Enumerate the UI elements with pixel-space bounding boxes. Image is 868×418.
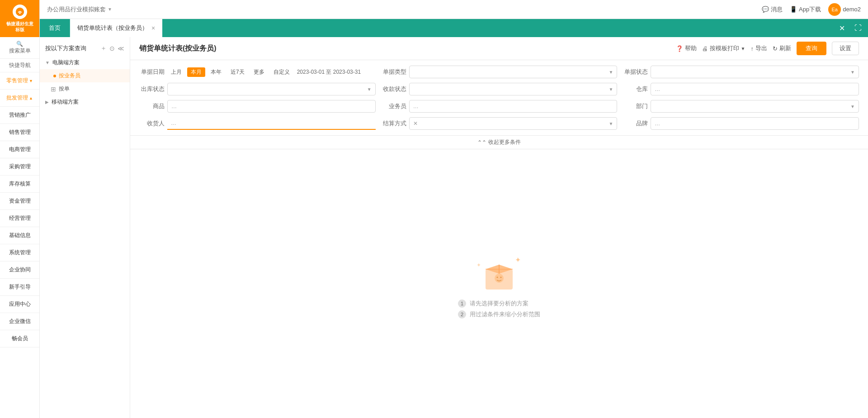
panel-add-icon[interactable]: ＋ <box>100 44 107 52</box>
sidebar-item-members[interactable]: 畅会员 <box>0 330 39 347</box>
sidebar-item-marketing[interactable]: 营销推广 <box>0 107 39 124</box>
maximize-button[interactable]: ⛶ <box>852 22 864 34</box>
sidebar-item-wholesale[interactable]: 批发管理 ▲ <box>0 90 39 107</box>
doc-type-arrow-icon: ▼ <box>609 70 613 75</box>
settlement-input[interactable]: ✕ ▼ <box>409 117 618 130</box>
company-name: 办公用品行业模拟账套 <box>47 5 106 14</box>
salesperson-dots: … <box>413 103 419 109</box>
panel-item-by-salesperson[interactable]: 按业务员 <box>40 69 130 82</box>
sidebar-item-system[interactable]: 系统管理 <box>0 244 39 261</box>
refresh-button[interactable]: ↻ 刷新 <box>773 44 791 52</box>
right-content: 销货单统计表(按业务员) ❓ 帮助 🖨 按模板打印 ▼ ↑ 导出 <box>130 37 868 418</box>
tabbar-controls: ✕ ⛶ <box>835 19 868 37</box>
panel-pc-section[interactable]: ▼ 电脑端方案 <box>40 56 130 69</box>
sidebar-item-inventory[interactable]: 库存核算 <box>0 176 39 193</box>
doc-type-field: 单据类型 ▼ <box>381 66 618 78</box>
close-window-button[interactable]: ✕ <box>835 22 848 34</box>
settings-button[interactable]: 设置 <box>832 42 859 55</box>
app-download-label: App下载 <box>799 5 821 14</box>
empty-hint-2: 2 用过滤条件来缩小分析范围 <box>458 310 540 318</box>
sidebar-item-retail[interactable]: 零售管理 ▼ <box>0 72 39 90</box>
ecommerce-label: 电商管理 <box>9 146 31 153</box>
date-tab-custom[interactable]: 自定义 <box>270 67 293 77</box>
date-tab-more[interactable]: 更多 <box>250 67 268 77</box>
receiver-input[interactable]: … <box>167 117 376 130</box>
date-tab-this-year[interactable]: 本年 <box>207 67 225 77</box>
print-button[interactable]: 🖨 按模板打印 ▼ <box>702 44 745 52</box>
date-tab-this-month[interactable]: 本月 <box>187 67 205 77</box>
date-tab-7days[interactable]: 近7天 <box>227 67 248 77</box>
app-logo: 畅捷通好生意 标版 <box>0 0 40 37</box>
topbar: 办公用品行业模拟账套 ▼ 💬 消息 📱 App下载 Ea demo2 <box>40 0 868 19</box>
message-button[interactable]: 💬 消息 <box>762 5 783 14</box>
product-input[interactable]: … <box>167 100 376 113</box>
message-icon: 💬 <box>762 6 769 13</box>
search-menu-item[interactable]: 🔍 搜索菜单 <box>0 37 39 59</box>
tab-salesperson-stats[interactable]: 销货单统计表（按业务员） × <box>70 19 162 37</box>
warehouse-field: 仓库 … <box>623 83 859 95</box>
panel-mobile-section[interactable]: ▶ 移动端方案 <box>40 95 130 109</box>
doc-type-input[interactable]: ▼ <box>409 66 618 78</box>
sidebar-item-appstore[interactable]: 应用中心 <box>0 296 39 313</box>
active-tab-label: 销货单统计表（按业务员） <box>77 24 148 32</box>
salesperson-field: 业务员 … <box>381 100 618 113</box>
panel-header-icons: ＋ ⊙ ≪ <box>100 44 124 52</box>
user-menu[interactable]: Ea demo2 <box>828 3 861 16</box>
panel-header: 按以下方案查询 ＋ ⊙ ≪ <box>40 41 130 56</box>
help-button[interactable]: ❓ 帮助 <box>676 44 697 52</box>
department-input[interactable]: ▼ <box>651 100 859 113</box>
help-icon: ❓ <box>676 45 683 52</box>
sidebar-item-basic[interactable]: 基础信息 <box>0 227 39 244</box>
inventory-label: 库存核算 <box>9 180 31 188</box>
wholesale-label: 批发管理 <box>6 94 28 102</box>
help-label: 帮助 <box>685 44 697 52</box>
tab-home[interactable]: 首页 <box>40 19 70 37</box>
sidebar-item-ecommerce[interactable]: 电商管理 <box>0 141 39 158</box>
settlement-field: 结算方式 ✕ ▼ <box>381 117 618 130</box>
sidebar-item-finance[interactable]: 资金管理 <box>0 193 39 210</box>
message-label: 消息 <box>771 5 783 14</box>
settlement-clear-icon[interactable]: ✕ <box>413 120 418 127</box>
brand-input[interactable]: … <box>651 117 859 130</box>
active-dot <box>53 75 56 77</box>
sidebar-item-operations[interactable]: 经营管理 <box>0 210 39 227</box>
svg-point-8 <box>500 277 502 278</box>
app-download-button[interactable]: 📱 App下载 <box>790 5 821 14</box>
svg-point-7 <box>497 277 498 278</box>
empty-svg: ✦ ✦ <box>472 249 526 294</box>
department-arrow-icon: ▼ <box>850 104 855 109</box>
query-form: 单据日期 上月 本月 本年 近7天 更多 自定义 2023-03-01 至 20… <box>130 60 868 136</box>
salesperson-input[interactable]: … <box>409 100 618 113</box>
quick-nav-item[interactable]: 快捷导航 <box>0 59 39 72</box>
logo-icon <box>13 5 27 19</box>
date-tab-last-month[interactable]: 上月 <box>167 67 185 77</box>
empty-illustration: ✦ ✦ <box>472 249 526 294</box>
sidebar-item-newbie[interactable]: 新手引导 <box>0 279 39 296</box>
receiver-dots: … <box>171 120 176 126</box>
query-button[interactable]: 查询 <box>797 42 826 55</box>
receipt-status-input[interactable]: ▼ <box>409 83 618 95</box>
refresh-icon: ↻ <box>773 45 778 52</box>
phone-icon: 📱 <box>790 6 797 13</box>
form-row-1: 单据日期 上月 本月 本年 近7天 更多 自定义 2023-03-01 至 20… <box>139 66 859 78</box>
out-status-input[interactable]: ▼ <box>167 83 376 95</box>
tab-close-button[interactable]: × <box>151 25 155 31</box>
export-button[interactable]: ↑ 导出 <box>751 44 768 52</box>
warehouse-dots: … <box>655 86 660 92</box>
doc-status-input[interactable]: ▼ <box>651 66 859 78</box>
panel-item-by-order[interactable]: ⊞ 按单 <box>40 82 130 95</box>
sidebar-item-purchase[interactable]: 采购管理 <box>0 158 39 176</box>
app-subtitle: 标版 <box>15 27 24 33</box>
warehouse-input[interactable]: … <box>651 83 859 95</box>
panel-collapse-icon[interactable]: ≪ <box>118 45 124 52</box>
by-order-label: 按单 <box>59 85 70 93</box>
company-dropdown[interactable]: 办公用品行业模拟账套 ▼ <box>47 5 112 14</box>
form-row-2: 出库状态 ▼ 收款状态 ▼ 仓库 <box>139 83 859 95</box>
corp-wechat-label: 企业微信 <box>9 318 31 325</box>
collapse-bar[interactable]: ⌃⌃ 收起更多条件 <box>130 136 868 149</box>
sidebar-item-sales[interactable]: 销售管理 <box>0 124 39 141</box>
sidebar-item-corp-wechat[interactable]: 企业微信 <box>0 313 39 330</box>
department-label: 部门 <box>623 102 648 110</box>
sidebar-item-enterprise[interactable]: 企业协同 <box>0 261 39 279</box>
panel-edit-icon[interactable]: ⊙ <box>109 45 115 52</box>
